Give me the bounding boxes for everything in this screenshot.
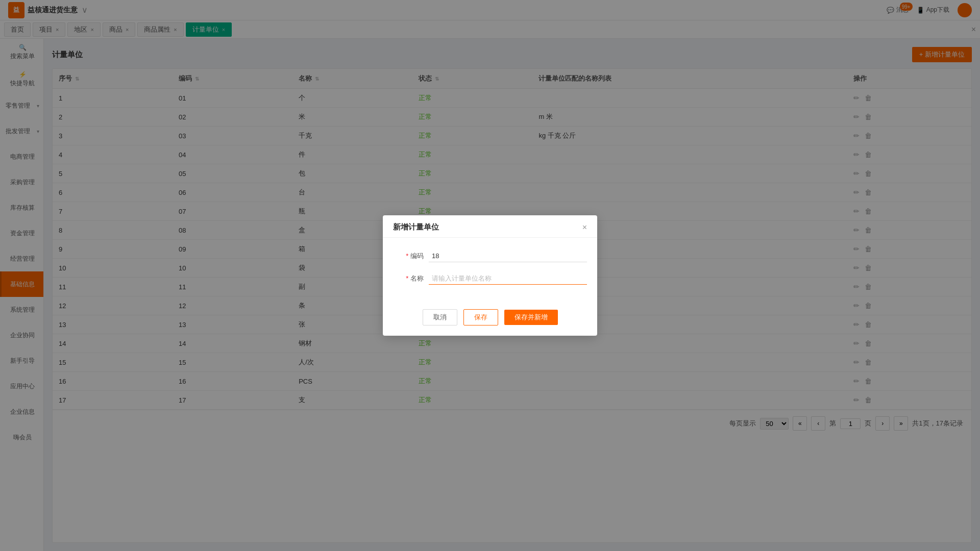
form-item-name: 名称 (393, 272, 587, 285)
cancel-button[interactable]: 取消 (423, 309, 457, 325)
add-unit-dialog: 新增计量单位 × 编码 名称 取消 保存 保存并新增 (383, 215, 597, 336)
save-and-add-button[interactable]: 保存并新增 (504, 310, 558, 325)
form-label-name: 名称 (393, 274, 424, 283)
code-input[interactable] (429, 250, 587, 262)
dialog-close-button[interactable]: × (582, 223, 587, 232)
dialog-overlay[interactable]: 新增计量单位 × 编码 名称 取消 保存 保存并新增 (0, 0, 980, 551)
save-button[interactable]: 保存 (463, 309, 498, 325)
dialog-footer: 取消 保存 保存并新增 (383, 303, 597, 336)
form-label-code: 编码 (393, 252, 424, 261)
name-input[interactable] (429, 272, 587, 285)
dialog-title: 新增计量单位 (393, 222, 439, 232)
dialog-body: 编码 名称 (383, 238, 597, 303)
dialog-header: 新增计量单位 × (383, 215, 597, 238)
form-item-code: 编码 (393, 250, 587, 262)
